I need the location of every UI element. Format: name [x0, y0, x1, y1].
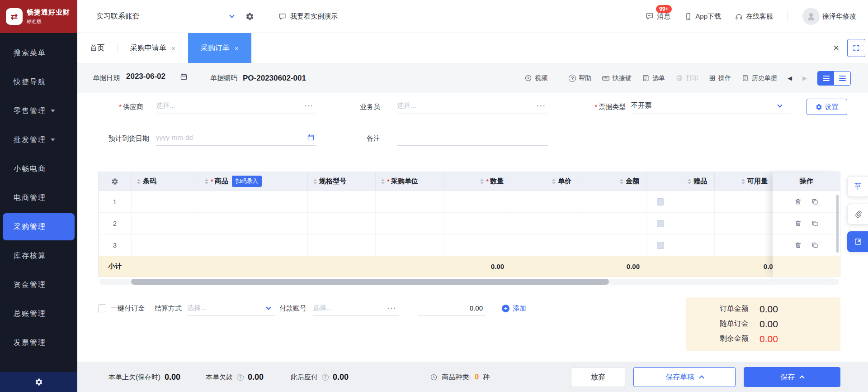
question-icon[interactable]: ? — [237, 374, 244, 381]
more-icon[interactable]: ··· — [537, 102, 548, 110]
delete-row-icon[interactable] — [794, 198, 802, 206]
table-row[interactable]: 1 — [99, 191, 840, 213]
arrival-date-field[interactable]: yyyy-mm-dd — [156, 129, 316, 146]
gift-checkbox[interactable] — [657, 242, 664, 249]
column-unit[interactable]: *采购单位 — [376, 172, 443, 191]
doc-date-field[interactable]: 2023-06-02 — [125, 72, 189, 84]
delete-row-icon[interactable] — [794, 241, 802, 249]
close-page-icon[interactable]: × — [833, 42, 839, 54]
pick-order-button[interactable]: 选单 — [642, 74, 665, 82]
sidebar-item-retail[interactable]: 零售管理 — [3, 97, 75, 124]
detail-view-toggle[interactable] — [834, 72, 850, 85]
grid-icon — [709, 75, 716, 81]
operate-button[interactable]: 操作 — [709, 74, 731, 82]
vertical-scrollbar[interactable] — [836, 195, 839, 253]
chevron-down-icon — [51, 110, 55, 112]
sort-icon[interactable] — [480, 179, 484, 184]
sidebar-item-wholesale[interactable]: 批发管理 — [3, 126, 75, 153]
sort-icon[interactable] — [620, 179, 623, 184]
payment-account-select[interactable]: 选择... ··· — [313, 301, 399, 316]
copy-row-icon[interactable] — [811, 220, 819, 227]
fullscreen-icon[interactable] — [847, 39, 865, 57]
close-icon[interactable]: × — [235, 45, 239, 52]
save-draft-button[interactable]: 保存草稿 — [633, 367, 736, 387]
column-gift[interactable]: 赠品 — [647, 172, 715, 191]
supplier-select[interactable]: 选择... ··· — [156, 98, 316, 114]
sidebar-item-quick-nav[interactable]: 快捷导航 — [3, 68, 75, 96]
remark-field[interactable] — [397, 129, 548, 146]
scan-entry-button[interactable]: 扫码录入 — [232, 176, 262, 187]
expand-panel-button[interactable] — [847, 231, 868, 252]
sort-icon[interactable] — [137, 179, 141, 184]
save-button[interactable]: 保存 — [744, 367, 840, 387]
copy-row-icon[interactable] — [811, 198, 819, 206]
sort-icon[interactable] — [205, 179, 208, 184]
user-menu[interactable]: 徐泽华修改 — [802, 8, 856, 25]
sidebar-item-purchase[interactable]: 采购管理 — [3, 213, 75, 240]
account-settings-gear-icon[interactable] — [245, 12, 254, 21]
online-service-button[interactable]: 在线客服 — [735, 12, 773, 21]
settlement-select[interactable]: 选择... — [187, 301, 275, 316]
column-qty[interactable]: *数量 — [443, 172, 511, 191]
copy-row-icon[interactable] — [811, 241, 819, 249]
tab-purchase-order[interactable]: 采购订单 × — [188, 33, 251, 63]
draft-box-button[interactable]: 草 — [847, 176, 868, 197]
gift-checkbox[interactable] — [657, 220, 664, 227]
demo-link-label: 我要看实例演示 — [290, 12, 338, 21]
add-payment-button[interactable]: + 添加 — [502, 304, 526, 313]
hotkeys-button[interactable]: 快捷键 — [602, 74, 632, 82]
history-button[interactable]: 历史单据 — [741, 74, 777, 82]
column-amount[interactable]: 金额 — [579, 172, 647, 191]
bill-type-select[interactable]: 不开票 — [631, 98, 792, 114]
form-settings-button[interactable]: 设置 — [807, 99, 847, 115]
sidebar-item-search-menu[interactable]: 搜索菜单 — [3, 39, 75, 67]
column-barcode[interactable]: 条码 — [132, 172, 199, 191]
sort-icon[interactable] — [313, 179, 317, 184]
help-button[interactable]: ? 帮助 — [569, 74, 591, 82]
sidebar-item-inventory[interactable]: 库存核算 — [3, 242, 75, 269]
subtotal-amount: 0.00 — [579, 256, 647, 277]
question-icon[interactable]: ? — [322, 374, 329, 381]
scrollbar-thumb[interactable] — [131, 279, 609, 285]
list-view-toggle[interactable] — [818, 72, 834, 85]
abandon-button[interactable]: 放弃 — [571, 367, 625, 387]
tab-scroll-left-icon[interactable]: ◀ — [788, 75, 792, 81]
sort-icon[interactable] — [552, 179, 556, 184]
sidebar-item-ecommerce[interactable]: 电商管理 — [3, 184, 75, 211]
sort-icon[interactable] — [381, 179, 385, 184]
sort-icon[interactable] — [741, 179, 745, 184]
subtotal-row: 小计 0.00 0.00 0.00 — [99, 256, 840, 277]
more-icon[interactable]: ··· — [387, 304, 399, 312]
video-button[interactable]: 视频 — [524, 74, 547, 82]
messages-button[interactable]: 99+ 消息 — [645, 12, 670, 21]
table-row[interactable]: 2 — [99, 213, 840, 234]
sidebar-settings-button[interactable] — [0, 372, 77, 392]
divider — [266, 11, 266, 22]
sidebar-item-general-ledger[interactable]: 总账管理 — [3, 300, 75, 327]
column-spec[interactable]: 规格型号 — [308, 172, 376, 191]
app-download-button[interactable]: App下载 — [684, 12, 721, 21]
print-button[interactable]: 打印 — [675, 74, 698, 82]
account-select[interactable]: 实习联系账套 — [96, 12, 245, 21]
delete-row-icon[interactable] — [794, 220, 802, 227]
salesman-select[interactable]: 选择... ··· — [397, 98, 548, 114]
gift-checkbox[interactable] — [657, 198, 664, 206]
attachment-button[interactable] — [847, 204, 868, 225]
sidebar-item-invoice[interactable]: 发票管理 — [3, 329, 75, 356]
tab-scroll-right-icon[interactable]: ▶ — [802, 75, 807, 81]
table-row[interactable]: 3 — [99, 234, 840, 256]
close-icon[interactable]: × — [171, 45, 175, 52]
sidebar-item-xiaochang-ecommerce[interactable]: 小畅电商 — [3, 155, 75, 182]
column-price[interactable]: 单价 — [511, 172, 579, 191]
horizontal-scrollbar[interactable] — [99, 279, 839, 285]
sidebar-item-funds[interactable]: 资金管理 — [3, 271, 75, 298]
tab-purchase-request[interactable]: 采购申请单 × — [118, 33, 188, 63]
column-product[interactable]: *商品扫码录入 — [199, 172, 308, 191]
one-click-deposit-checkbox[interactable] — [98, 304, 106, 312]
tab-home[interactable]: 首页 — [77, 33, 117, 63]
demo-link[interactable]: 我要看实例演示 — [278, 12, 338, 21]
sort-icon[interactable] — [688, 179, 691, 184]
column-settings-icon[interactable] — [111, 178, 118, 185]
more-icon[interactable]: ··· — [304, 102, 316, 110]
deposit-amount-field[interactable]: 0.00 — [418, 301, 486, 316]
